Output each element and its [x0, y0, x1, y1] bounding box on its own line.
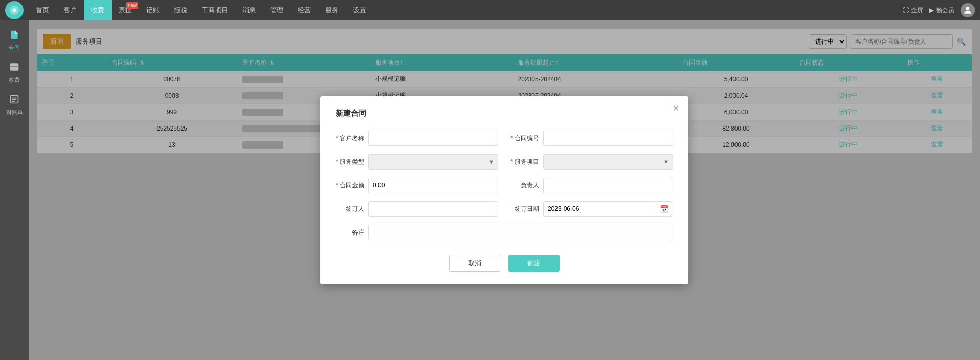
- sign-date-label: 签订日期: [510, 205, 539, 214]
- nav-invoice[interactable]: 收费: [84, 0, 112, 20]
- svg-point-0: [966, 7, 970, 10]
- form-group-signatory: 签订人: [336, 201, 498, 217]
- responsible-input[interactable]: [543, 178, 673, 193]
- form-group-client-name: 客户名称: [336, 131, 498, 146]
- nav-tickets[interactable]: 票据 new: [112, 0, 139, 20]
- service-item-select[interactable]: [543, 154, 673, 170]
- nav-manage[interactable]: 管理: [263, 0, 291, 20]
- sidebar-statement-label: 对账单: [6, 109, 23, 116]
- svg-rect-1: [10, 63, 19, 70]
- sidebar-item-fee[interactable]: 收费: [0, 58, 29, 88]
- sidebar-item-contract[interactable]: 合同: [0, 26, 29, 56]
- service-type-select[interactable]: [368, 154, 498, 170]
- amount-input[interactable]: [368, 178, 498, 193]
- nav-settings[interactable]: 设置: [346, 0, 373, 20]
- cancel-button[interactable]: 取消: [449, 255, 500, 272]
- fee-icon: [9, 62, 19, 75]
- client-name-label: 客户名称: [336, 134, 364, 143]
- form-group-service-type: 服务类型 ▼: [336, 154, 498, 170]
- contract-no-label: 合同编号: [510, 134, 539, 143]
- nav-items: 首页 客户 收费 票据 new 记账 报税 工商项目 消息 管理 经营 服务 设…: [29, 0, 903, 20]
- sidebar-contract-label: 合同: [9, 44, 20, 52]
- nav-home[interactable]: 首页: [29, 0, 56, 20]
- statement-icon: [9, 94, 19, 107]
- modal-close-button[interactable]: ✕: [673, 103, 679, 113]
- sign-date-wrap: 📅: [543, 201, 673, 217]
- fullscreen-button[interactable]: ⛶ 全屏: [903, 6, 923, 15]
- sidebar: 合同 收费 对账单: [0, 20, 29, 360]
- service-type-select-wrap: ▼: [368, 154, 498, 170]
- modal-footer: 取消 确定: [336, 255, 673, 272]
- main-layout: 合同 收费 对账单 新增 服务项目 进行中 已完成: [0, 20, 980, 360]
- nav-service[interactable]: 服务: [318, 0, 346, 20]
- form-group-amount: 合同金额: [336, 178, 498, 193]
- service-type-label: 服务类型: [336, 158, 364, 166]
- sidebar-fee-label: 收费: [9, 76, 20, 84]
- remark-input[interactable]: [368, 225, 673, 240]
- signatory-input[interactable]: [368, 201, 498, 217]
- nav-accounting[interactable]: 记账: [139, 0, 167, 20]
- nav-client[interactable]: 客户: [56, 0, 84, 20]
- nav-operate[interactable]: 经营: [291, 0, 318, 20]
- fullscreen-icon: ⛶: [903, 7, 909, 14]
- signatory-label: 签订人: [336, 205, 364, 214]
- form-group-responsible: 负责人: [510, 178, 673, 193]
- member-button[interactable]: ▶ 畅会员: [929, 6, 954, 15]
- nav-message[interactable]: 消息: [235, 0, 263, 20]
- responsible-label: 负责人: [510, 181, 539, 190]
- modal-overlay: 新建合同 ✕ 客户名称 合同编号 服务类型: [29, 20, 980, 360]
- confirm-button[interactable]: 确定: [508, 255, 560, 272]
- modal-title: 新建合同: [336, 109, 673, 118]
- member-icon: ▶: [929, 7, 934, 14]
- contract-no-input[interactable]: [543, 131, 673, 146]
- new-contract-modal: 新建合同 ✕ 客户名称 合同编号 服务类型: [320, 96, 688, 284]
- nav-tax[interactable]: 报税: [167, 0, 194, 20]
- top-nav-right: ⛶ 全屏 ▶ 畅会员: [903, 3, 975, 17]
- form-group-contract-no: 合同编号: [510, 131, 673, 146]
- new-badge: new: [126, 2, 138, 9]
- contract-icon: [9, 30, 19, 43]
- top-nav: 首页 客户 收费 票据 new 记账 报税 工商项目 消息 管理 经营 服务 设…: [0, 0, 980, 20]
- form-group-sign-date: 签订日期 📅: [510, 201, 673, 217]
- service-item-label: 服务项目: [510, 158, 539, 166]
- logo: [5, 1, 24, 19]
- client-name-input[interactable]: [368, 131, 498, 146]
- nav-business[interactable]: 工商项目: [194, 0, 235, 20]
- form-grid: 客户名称 合同编号 服务类型 ▼: [336, 131, 673, 240]
- avatar[interactable]: [961, 3, 975, 17]
- form-group-service-item: 服务项目 ▼: [510, 154, 673, 170]
- sign-date-input[interactable]: [548, 205, 658, 213]
- sidebar-item-statement[interactable]: 对账单: [0, 90, 29, 120]
- service-item-select-wrap: ▼: [543, 154, 673, 170]
- form-group-remark: 备注: [336, 225, 673, 240]
- remark-label: 备注: [336, 228, 364, 237]
- calendar-icon[interactable]: 📅: [660, 205, 669, 213]
- amount-label: 合同金额: [336, 181, 364, 190]
- content-area: 新增 服务项目 进行中 已完成 已取消 🔍 序号: [29, 20, 980, 360]
